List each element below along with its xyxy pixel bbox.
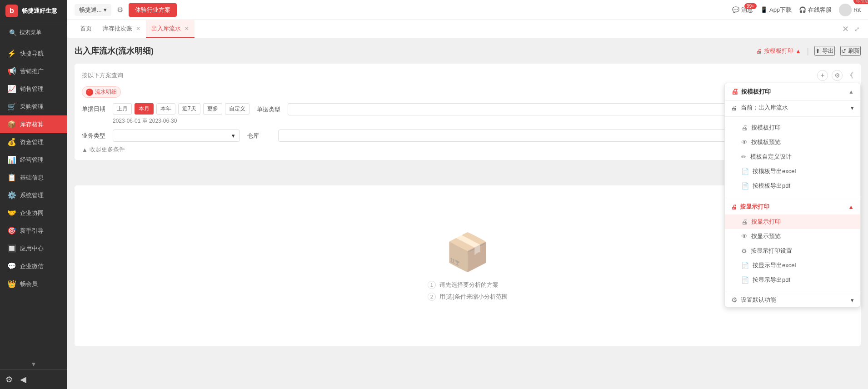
operations-icon: 📊 bbox=[7, 155, 16, 164]
sidebar-scroll-down[interactable]: ▼ bbox=[0, 359, 67, 369]
quick-nav-icon: ⚡ bbox=[7, 49, 16, 58]
collapse-sidebar-button[interactable]: 《 bbox=[846, 71, 853, 80]
sidebar-item-member[interactable]: 👑 畅会员 bbox=[0, 275, 67, 293]
settings-default-icon: ⚙ bbox=[731, 296, 737, 304]
sidebar-item-marketing[interactable]: 📢 营销推广 bbox=[0, 62, 67, 80]
headset-icon: 🎧 bbox=[799, 6, 806, 13]
sidebar-item-purchase[interactable]: 🛒 采购管理 bbox=[0, 98, 67, 115]
chevron-up-icon: ▲ bbox=[82, 146, 88, 153]
tab-batch-ledger[interactable]: 库存批次账 ✕ bbox=[97, 20, 146, 38]
sidebar-item-basic[interactable]: 📋 基础信息 bbox=[0, 169, 67, 186]
display-print-section-arrow: ▲ bbox=[848, 204, 854, 210]
page-header: 出入库流水(流水明细) 🖨 按模板打印 ▲ | ⬆ 导出 ↺ 刷新 bbox=[75, 45, 861, 56]
sidebar-item-system[interactable]: ⚙️ 系统管理 bbox=[0, 186, 67, 204]
tab-close-all[interactable]: ✕ bbox=[841, 23, 850, 35]
export-button[interactable]: ⬆ 导出 bbox=[814, 46, 835, 56]
dropdown-divider-2 bbox=[725, 197, 860, 197]
sidebar-item-collab[interactable]: 🤝 企业协同 bbox=[0, 204, 67, 222]
filter-tag-icon: 🔴 bbox=[86, 89, 93, 96]
sidebar-item-operations[interactable]: 📊 经营管理 bbox=[0, 151, 67, 169]
date-btn-current-month[interactable]: 本月 bbox=[135, 103, 154, 115]
tab-flow-close[interactable]: ✕ bbox=[185, 25, 189, 32]
guide-icon: 🎯 bbox=[7, 226, 16, 235]
filter-settings-button[interactable]: ⚙ bbox=[832, 70, 843, 81]
display-print-section-icon: 🖨 bbox=[731, 204, 737, 210]
date-btn-prev-month[interactable]: 上月 bbox=[113, 103, 132, 115]
app-download-button[interactable]: 📱 App下载 bbox=[760, 6, 792, 14]
date-btn-more[interactable]: 更多 bbox=[203, 103, 222, 115]
marketing-icon: 📢 bbox=[7, 67, 16, 75]
add-filter-button[interactable]: + bbox=[817, 70, 828, 81]
template-customize-item[interactable]: ✏ 模板自定义设计 bbox=[725, 150, 860, 164]
search-menu-item[interactable]: 🔍 搜索菜单 bbox=[5, 26, 62, 39]
chevron-down-icon: ▾ bbox=[104, 6, 107, 13]
main-content: 畅捷通... ▾ ⚙ 体验行业方案 💬 消息 99+ 📱 App下载 🎧 bbox=[67, 0, 868, 389]
dropdown-divider-1 bbox=[725, 116, 860, 117]
message-button[interactable]: 💬 消息 99+ bbox=[732, 6, 753, 14]
empty-step-2: 2 用[选]条件来缩小分析范围 bbox=[428, 293, 508, 301]
display-print-settings-item[interactable]: ⚙ 按显示打印设置 bbox=[725, 244, 860, 258]
sidebar-nav: ⚡ 快捷导航 📢 营销推广 📈 销售管理 🛒 采购管理 📦 库存核算 💰 bbox=[0, 43, 67, 359]
dropdown-divider-3 bbox=[725, 291, 860, 291]
sidebar-item-inventory[interactable]: 📦 库存核算 bbox=[0, 115, 67, 133]
settings-icon[interactable]: ⚙ bbox=[5, 374, 13, 384]
date-btn-custom[interactable]: 自定义 bbox=[225, 103, 249, 115]
workspace-dropdown[interactable]: 畅捷通... ▾ bbox=[75, 4, 111, 16]
filter-tag[interactable]: 🔴 流水明细 bbox=[82, 86, 121, 98]
user-profile[interactable]: Rit bbox=[839, 4, 861, 16]
tab-home[interactable]: 首页 bbox=[75, 20, 97, 38]
member-icon: 👑 bbox=[7, 279, 16, 288]
template-print-item[interactable]: 🖨 按模板打印 bbox=[725, 120, 860, 135]
refresh-button[interactable]: ↺ 刷新 bbox=[840, 46, 861, 56]
sidebar-item-wechat[interactable]: 💬 企业微信 bbox=[0, 257, 67, 275]
empty-steps: 1 请先选择要分析的方案 2 用[选]条件来缩小分析范围 bbox=[428, 281, 508, 301]
date-btn-year[interactable]: 本年 bbox=[156, 103, 175, 115]
template-preview-icon: 👁 bbox=[741, 139, 748, 146]
sidebar-item-finance[interactable]: 💰 资金管理 bbox=[0, 133, 67, 151]
template-excel-icon: 📄 bbox=[741, 168, 749, 175]
template-export-excel-item[interactable]: 📄 按模板导出excel bbox=[725, 164, 860, 179]
collapse-icon[interactable]: ◀ bbox=[20, 374, 26, 384]
biz-type-select[interactable]: ▾ bbox=[113, 130, 240, 142]
display-print-section-header: 🖨 按显示打印 ▲ bbox=[725, 199, 860, 213]
sidebar-logo: b 畅捷通好生意 标准版 bbox=[0, 0, 67, 22]
sidebar-item-quick-nav[interactable]: ⚡ 快捷导航 bbox=[0, 45, 67, 62]
template-preview-item[interactable]: 👁 按模板预览 bbox=[725, 135, 860, 150]
dropdown-title: 🖨 按模板打印 bbox=[731, 88, 771, 96]
search-icon: 🔍 bbox=[9, 29, 17, 36]
print-button[interactable]: 🖨 按模板打印 ▲ bbox=[756, 47, 801, 55]
top-header: 畅捷通... ▾ ⚙ 体验行业方案 💬 消息 99+ 📱 App下载 🎧 bbox=[67, 0, 868, 20]
tab-expand[interactable]: ⤢ bbox=[853, 25, 861, 34]
dropdown-collapse-icon[interactable]: ▲ bbox=[848, 89, 854, 95]
tab-batch-ledger-close[interactable]: ✕ bbox=[136, 25, 140, 32]
display-export-pdf-item[interactable]: 📄 按显示导出pdf bbox=[725, 273, 860, 287]
display-export-excel-item[interactable]: 📄 按显示导出excel bbox=[725, 258, 860, 273]
display-print-item[interactable]: 🖨 按显示打印 bbox=[725, 214, 860, 229]
app-logo-icon: b bbox=[5, 5, 18, 17]
sidebar-item-apps[interactable]: 🔲 应用中心 bbox=[0, 239, 67, 257]
tab-actions: ✕ ⤢ bbox=[841, 23, 861, 35]
system-icon: ⚙️ bbox=[7, 191, 16, 199]
sidebar-item-guide[interactable]: 🎯 新手引导 bbox=[0, 222, 67, 239]
template-print-icon: 🖨 bbox=[741, 124, 748, 131]
template-pdf-icon: 📄 bbox=[741, 182, 749, 190]
app-title: 畅捷通好生意 标准版 bbox=[22, 7, 57, 15]
header-gear-icon[interactable]: ⚙ bbox=[117, 5, 123, 14]
display-pdf-icon: 📄 bbox=[741, 276, 749, 284]
sidebar-item-sales[interactable]: 📈 销售管理 bbox=[0, 80, 67, 98]
display-preview-item[interactable]: 👁 按显示预览 bbox=[725, 229, 860, 244]
template-export-pdf-item[interactable]: 📄 按模板导出pdf bbox=[725, 179, 860, 193]
header-left: 畅捷通... ▾ ⚙ 体验行业方案 bbox=[75, 3, 177, 17]
settings-chevron-icon: ▾ bbox=[851, 297, 854, 304]
finance-icon: 💰 bbox=[7, 138, 16, 146]
date-btn-7days[interactable]: 近7天 bbox=[178, 103, 200, 115]
purchase-icon: 🛒 bbox=[7, 102, 16, 111]
biz-type-field: 业务类型 ▾ bbox=[82, 130, 240, 142]
date-filter-field: 单据日期 上月 本月 本年 近7天 更多 自定义 bbox=[82, 103, 249, 115]
online-service-button[interactable]: 🎧 在线客服 bbox=[799, 6, 832, 14]
refresh-icon: ↺ bbox=[841, 48, 846, 55]
trial-button[interactable]: 体验行业方案 bbox=[129, 3, 177, 17]
settings-default-section[interactable]: ⚙ 设置默认功能 ▾ bbox=[725, 293, 860, 307]
sidebar: b 畅捷通好生意 标准版 🔍 搜索菜单 ⚡ 快捷导航 📢 营销推广 bbox=[0, 0, 67, 389]
tab-flow[interactable]: 出入库流水 ✕ bbox=[146, 20, 195, 38]
